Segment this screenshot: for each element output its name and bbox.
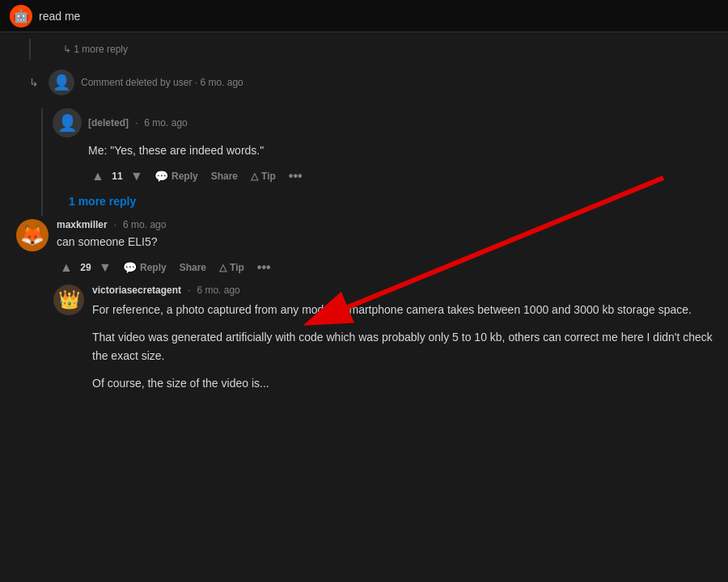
more-reply-mid: 1 more reply — [69, 195, 715, 208]
more-reply-top-link[interactable]: ↳ 1 more reply — [63, 44, 128, 55]
maxkmiller-upvote[interactable]: ▲ — [57, 258, 76, 277]
victoria-content: victoriasecretagent · 6 mo. ago For refe… — [92, 285, 715, 399]
maxkmiller-more-btn[interactable]: ••• — [252, 257, 276, 278]
victoria-body-p3: Of course, the size of the video is... — [92, 374, 715, 392]
comment1-reply-label: Reply — [171, 171, 198, 182]
top-bar-title: read me — [39, 10, 80, 23]
comment-deleted-block: 👤 [deleted] · 6 mo. ago Me: "Yes, these … — [53, 108, 715, 187]
top-bar: 🤖 read me — [0, 0, 728, 32]
maxkmiller-timestamp: 6 mo. ago — [123, 219, 166, 230]
maxkmiller-comment: 🦊 maxkmiller · 6 mo. ago can someone ELI… — [13, 219, 715, 278]
victoria-header: victoriasecretagent · 6 mo. ago — [92, 285, 715, 296]
comment1-reply-btn[interactable]: 💬 Reply — [150, 167, 203, 186]
maxkmiller-tip-icon: △ — [219, 262, 226, 273]
maxkmiller-body: can someone ELI5? — [57, 234, 715, 251]
comment1-vote: ▲ 11 ▼ — [88, 167, 146, 186]
comment1-tip-label: Tip — [261, 171, 276, 182]
maxkmiller-reply-btn[interactable]: 💬 Reply — [118, 258, 171, 277]
maxkmiller-actions: ▲ 29 ▼ 💬 Reply Share △ Tip ••• — [57, 257, 715, 278]
deleted-username[interactable]: [deleted] — [88, 117, 129, 129]
maxkmiller-avatar: 🦊 — [16, 219, 49, 251]
maxkmiller-reply-icon: 💬 — [123, 261, 137, 274]
comment1-time: 6 mo. ago — [144, 117, 187, 129]
deleted-comment-text: Comment deleted by user · 6 mo. ago — [81, 77, 243, 88]
comment1-tip-btn[interactable]: △ Tip — [246, 167, 281, 185]
more-reply-top: ↳ 1 more reply — [29, 39, 715, 60]
comment1-downvote[interactable]: ▼ — [127, 167, 146, 186]
deleted-user-avatar: 👤 — [49, 70, 74, 95]
comment1-reply-icon: 💬 — [154, 170, 168, 183]
maxkmiller-tip-label: Tip — [230, 262, 244, 273]
maxkmiller-share-label: Share — [180, 262, 206, 273]
victoria-body-p2: That video was generated artificially wi… — [92, 328, 715, 365]
victoria-timestamp: 6 mo. ago — [197, 285, 239, 296]
victoria-body-p1: For reference, a photo captured from any… — [92, 301, 715, 318]
comment1-upvote[interactable]: ▲ — [88, 167, 108, 186]
maxkmiller-vote: ▲ 29 ▼ — [57, 258, 115, 277]
comment1-body: Me: "Yes, these are indeed words." — [88, 142, 715, 159]
comment1-more-btn[interactable]: ••• — [284, 166, 307, 187]
victoria-comment: 👑 victoriasecretagent · 6 mo. ago For re… — [53, 285, 715, 399]
comment1-tip-icon: △ — [251, 171, 258, 182]
victoria-avatar: 👑 — [53, 285, 84, 315]
maxkmiller-reply-label: Reply — [140, 262, 167, 273]
victoria-username[interactable]: victoriasecretagent — [92, 285, 181, 296]
maxkmiller-share-btn[interactable]: Share — [175, 259, 211, 276]
maxkmiller-score: 29 — [79, 262, 92, 273]
deleted-avatar-2: 👤 — [53, 108, 82, 137]
maxkmiller-content: maxkmiller · 6 mo. ago can someone ELI5?… — [57, 219, 715, 278]
maxkmiller-downvote[interactable]: ▼ — [95, 258, 115, 277]
app-icon: 🤖 — [10, 5, 32, 27]
comment1-score: 11 — [111, 171, 124, 182]
more-reply-mid-link[interactable]: 1 more reply — [69, 195, 136, 208]
comment1-share-btn[interactable]: Share — [206, 167, 243, 185]
comment1-actions: ▲ 11 ▼ 💬 Reply Share △ Tip • — [88, 166, 715, 187]
victoria-body: For reference, a photo captured from any… — [92, 301, 715, 393]
deleted-comment-row: ↳ 👤 Comment deleted by user · 6 mo. ago — [13, 66, 715, 99]
maxkmiller-header: maxkmiller · 6 mo. ago — [57, 219, 715, 230]
reply-indent-icon: ↳ — [29, 76, 39, 89]
maxkmiller-username[interactable]: maxkmiller — [57, 219, 108, 230]
comment1-timestamp: · — [135, 117, 138, 129]
comment1-share-label: Share — [211, 171, 238, 182]
maxkmiller-tip-btn[interactable]: △ Tip — [214, 259, 249, 276]
